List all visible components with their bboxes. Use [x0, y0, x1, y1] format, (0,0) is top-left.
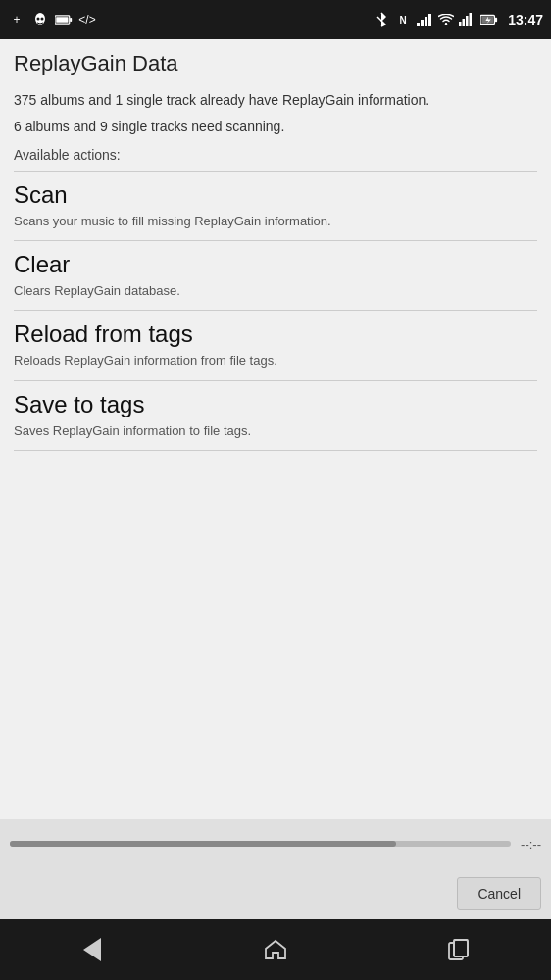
signal-icon — [416, 11, 433, 28]
svg-rect-11 — [459, 22, 462, 26]
svg-rect-6 — [417, 23, 420, 26]
cancel-row: Cancel — [0, 868, 551, 919]
progress-fill — [10, 841, 396, 847]
alien-icon — [31, 11, 49, 28]
action-scan-desc: Scans your music to fill missing ReplayG… — [14, 213, 537, 230]
svg-rect-8 — [425, 17, 427, 26]
svg-rect-14 — [470, 13, 473, 26]
status-icons-right: N — [373, 11, 543, 28]
progress-track — [10, 841, 511, 847]
code-icon: </> — [78, 11, 96, 28]
wifi-icon — [437, 11, 455, 28]
sim-icon — [459, 11, 476, 28]
main-content: ReplayGain Data 375 albums and 1 single … — [0, 39, 551, 819]
nav-bar — [0, 919, 551, 980]
svg-point-10 — [445, 23, 447, 24]
action-scan-title: Scan — [14, 181, 537, 209]
svg-rect-5 — [56, 17, 68, 23]
svg-point-2 — [41, 18, 44, 21]
svg-rect-13 — [466, 16, 469, 26]
charging-icon — [480, 11, 498, 28]
action-reload-desc: Reloads ReplayGain information from file… — [14, 352, 537, 369]
action-clear-title: Clear — [14, 251, 537, 278]
page-title: ReplayGain Data — [14, 51, 537, 76]
battery-icon — [55, 11, 73, 28]
status-time: 13:47 — [508, 12, 543, 27]
info-line-1: 375 albums and 1 single track already ha… — [14, 90, 537, 111]
action-clear[interactable]: Clear Clears ReplayGain database. — [14, 241, 537, 310]
action-save-tags[interactable]: Save to tags Saves ReplayGain informatio… — [14, 381, 537, 450]
status-icons-left: + </> — [8, 11, 96, 28]
action-reload-tags[interactable]: Reload from tags Reloads ReplayGain info… — [14, 311, 537, 379]
back-button[interactable] — [68, 930, 117, 969]
svg-rect-16 — [495, 18, 497, 23]
home-button[interactable] — [251, 930, 300, 969]
status-bar: + </> — [0, 0, 551, 39]
divider-bottom — [14, 450, 537, 451]
add-icon: + — [8, 11, 25, 28]
progress-bar-row: --:-- — [0, 819, 551, 868]
svg-rect-7 — [421, 20, 424, 26]
cancel-button[interactable]: Cancel — [457, 877, 541, 910]
back-icon — [83, 938, 101, 961]
svg-rect-19 — [454, 940, 468, 956]
bluetooth-icon — [373, 11, 390, 28]
action-save-title: Save to tags — [14, 391, 537, 418]
recent-button[interactable] — [434, 930, 483, 969]
available-actions-label: Available actions: — [14, 147, 537, 163]
svg-rect-4 — [70, 18, 72, 22]
action-save-desc: Saves ReplayGain information to file tag… — [14, 422, 537, 440]
recent-icon — [448, 939, 470, 960]
svg-rect-12 — [463, 19, 466, 26]
nfc-icon: N — [394, 11, 412, 28]
svg-point-1 — [37, 18, 40, 21]
svg-rect-9 — [428, 14, 431, 26]
action-reload-title: Reload from tags — [14, 320, 537, 348]
home-icon — [264, 939, 287, 960]
info-line-2: 6 albums and 9 single tracks need scanni… — [14, 117, 537, 137]
action-scan[interactable]: Scan Scans your music to fill missing Re… — [14, 172, 537, 240]
action-clear-desc: Clears ReplayGain database. — [14, 282, 537, 300]
progress-time: --:-- — [521, 837, 541, 852]
